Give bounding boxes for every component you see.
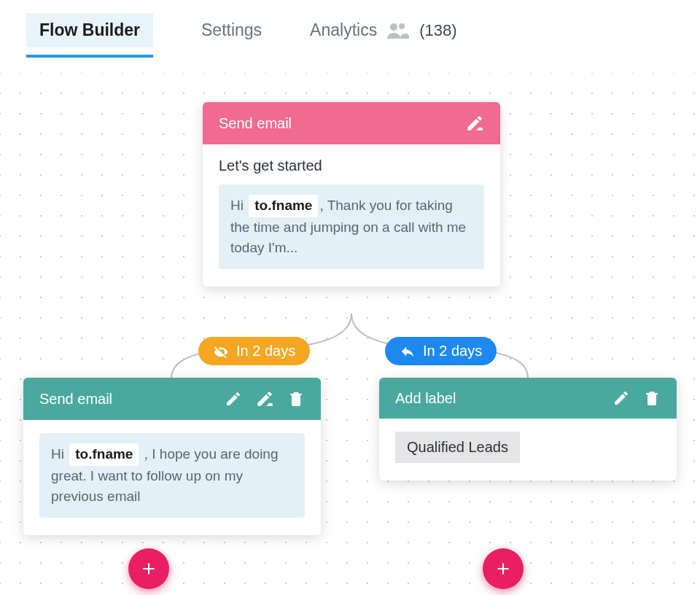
edit-icon[interactable]: [612, 389, 630, 407]
plus-icon: [139, 559, 158, 578]
eye-off-icon: [213, 343, 229, 359]
tab-analytics-group[interactable]: Analytics (138): [310, 13, 456, 47]
node-body: Qualified Leads: [379, 419, 677, 481]
delete-icon[interactable]: [643, 389, 661, 407]
node-send-email-root[interactable]: Send email Let's get started Hi to.fname…: [203, 102, 500, 287]
add-step-button[interactable]: [128, 548, 169, 589]
branch-condition-replied[interactable]: In 2 days: [385, 337, 497, 365]
plus-icon: [494, 559, 513, 578]
edit-icon[interactable]: [225, 390, 242, 408]
branch-condition-not-opened[interactable]: In 2 days: [198, 337, 310, 365]
reply-icon: [400, 343, 416, 359]
node-body: Hi to.fname , I hope you are doing great…: [23, 420, 321, 535]
merge-token: to.fname: [249, 195, 318, 217]
node-title: Add label: [395, 390, 456, 407]
email-snippet: Hi to.fname , I hope you are doing great…: [39, 433, 305, 518]
tab-settings[interactable]: Settings: [188, 13, 275, 47]
branch-delay-label: In 2 days: [423, 343, 482, 359]
analytics-count: (138): [419, 21, 456, 40]
people-icon: [386, 22, 411, 39]
edit-content-icon[interactable]: [255, 389, 274, 408]
tab-analytics-label: Analytics: [310, 13, 377, 47]
node-title: Send email: [219, 115, 292, 132]
tab-bar: Flow Builder Settings Analytics (138): [0, 0, 700, 47]
tab-flow-builder[interactable]: Flow Builder: [26, 13, 153, 47]
branch-delay-label: In 2 days: [236, 343, 295, 359]
node-header: Send email: [23, 378, 321, 420]
flow-canvas[interactable]: Send email Let's get started Hi to.fname…: [0, 73, 700, 595]
email-snippet: Hi to.fname, Thank you for taking the ti…: [219, 184, 484, 269]
node-header: Add label: [379, 378, 677, 419]
node-add-label[interactable]: Add label Qualified Leads: [379, 378, 677, 481]
delete-icon[interactable]: [287, 390, 305, 408]
merge-token: to.fname: [69, 443, 139, 466]
edit-content-icon[interactable]: [465, 114, 484, 133]
add-step-button[interactable]: [483, 548, 524, 589]
label-chip: Qualified Leads: [395, 432, 520, 463]
node-send-email-followup[interactable]: Send email Hi to.fname , I hope you are …: [23, 378, 321, 535]
svg-point-1: [399, 23, 405, 29]
node-title: Send email: [39, 391, 112, 408]
email-subject: Let's get started: [219, 158, 484, 174]
svg-point-0: [390, 23, 397, 31]
node-body: Let's get started Hi to.fname, Thank you…: [203, 144, 500, 287]
node-header: Send email: [203, 102, 500, 144]
